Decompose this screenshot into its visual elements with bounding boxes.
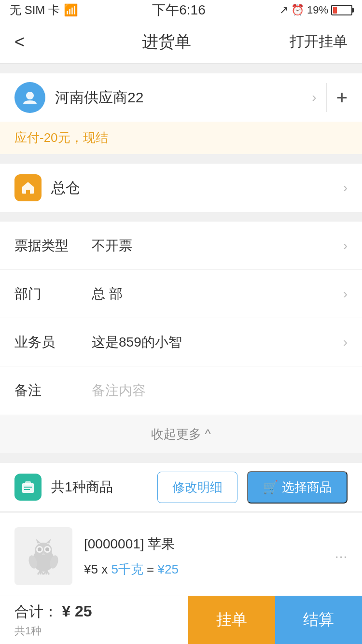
status-bar: 无 SIM 卡 📶 下午6:16 ↗ ⏰ 19% [0,0,362,20]
remark-input[interactable]: 备注内容 [72,381,348,400]
dept-value: 总 部 [72,285,343,303]
remark-row[interactable]: 备注 备注内容 [0,366,362,415]
svg-point-0 [26,92,34,99]
product-price: ¥5 x 5千克 = ¥25 [84,561,334,578]
sales-row[interactable]: 业务员 这是859的小智 › [0,318,362,366]
equals-sign: = [147,562,157,576]
invoice-label: 票据类型 [14,237,72,255]
svg-marker-15 [36,539,41,544]
product-info: [0000001] 苹果 ¥5 x 5千克 = ¥25 [84,535,334,578]
nav-bar: < 进货单 打开挂单 [0,20,362,64]
product-id: [0000001] [84,536,144,551]
gap-4 [0,453,362,463]
status-right: ↗ ⏰ 19% [279,4,352,16]
battery-icon [331,5,352,15]
checkout-label: 结算 [303,609,334,630]
price-separator: x [101,562,111,576]
warehouse-icon [14,174,42,201]
more-options-button[interactable]: ··· [334,547,348,565]
invoice-chevron-icon: › [343,238,348,253]
checkout-button[interactable]: 结算 [275,596,362,644]
divider [326,83,327,112]
svg-rect-5 [25,481,31,485]
total-price: ¥25 [158,562,179,576]
gap-2 [0,154,362,164]
supplier-row[interactable]: 河南供应商22 › + [0,73,362,122]
sales-chevron-icon: › [343,335,348,350]
product-name: [0000001] 苹果 [84,535,334,553]
status-left: 无 SIM 卡 📶 [10,2,78,18]
unit-price: ¥5 [84,562,98,576]
sales-label: 业务员 [14,333,72,351]
product-thumbnail [14,527,72,585]
total-count: 共1种 [14,624,174,638]
svg-rect-3 [26,190,30,194]
supplier-name: 河南供应商22 [55,88,312,108]
warehouse-chevron-icon: › [343,180,348,196]
select-product-button[interactable]: 🛒 选择商品 [247,471,348,504]
remark-label: 备注 [14,381,72,400]
hang-order-button[interactable]: 挂单 [188,596,275,644]
total-section: 合计： ¥ 25 共1种 [0,596,188,644]
dept-row[interactable]: 部门 总 部 › [0,270,362,318]
dept-chevron-icon: › [343,286,348,302]
collapse-row[interactable]: 收起更多 ^ [0,415,362,453]
alarm-icon: ⏰ [291,4,304,16]
warehouse-row[interactable]: 总仓 › [0,164,362,212]
invoice-value: 不开票 [72,237,343,255]
supplier-avatar [14,82,45,113]
edit-detail-button[interactable]: 修改明细 [157,472,237,503]
total-amount: 合计： ¥ 25 [14,602,174,622]
dept-label: 部门 [14,285,72,303]
hang-order-label: 挂单 [216,609,247,630]
quantity: 5千克 [111,562,143,576]
add-supplier-button[interactable]: + [336,87,348,109]
svg-marker-2 [22,182,34,187]
open-pending-button[interactable]: 打开挂单 [290,32,348,52]
product-header: 共1种商品 修改明细 🛒 选择商品 [0,463,362,511]
svg-point-12 [38,547,42,551]
status-time: 下午6:16 [152,1,206,19]
carrier-label: 无 SIM 卡 [10,2,60,18]
select-product-label: 选择商品 [282,479,332,496]
warehouse-name: 总仓 [51,178,343,198]
collapse-label: 收起更多 ^ [151,426,210,443]
bottom-bar: 合计： ¥ 25 共1种 挂单 结算 [0,596,362,644]
product-item: [0000001] 苹果 ¥5 x 5千克 = ¥25 ··· [0,512,362,600]
supplier-chevron-icon: › [312,90,316,105]
wifi-icon: 📶 [64,3,78,17]
back-button[interactable]: < [14,32,43,52]
svg-marker-16 [46,539,51,544]
notice-bar: 应付-20元，现结 [0,122,362,154]
total-label: 合计： [14,603,58,619]
invoice-row[interactable]: 票据类型 不开票 › [0,222,362,270]
sales-value: 这是859的小智 [72,333,343,351]
total-value: ¥ 25 [62,602,92,620]
notice-text: 应付-20元，现结 [14,130,108,145]
page-title: 进货单 [142,31,191,53]
product-count-label: 共1种商品 [51,478,148,496]
location-icon: ↗ [279,4,288,16]
form-section: 票据类型 不开票 › 部门 总 部 › 业务员 这是859的小智 › 备注 备注… [0,222,362,415]
gap-3 [0,212,362,222]
product-title: 苹果 [148,536,175,551]
gap-1 [0,64,362,73]
cart-icon: 🛒 [263,480,278,495]
svg-point-13 [45,547,49,551]
product-header-icon [14,474,42,501]
battery-percent: 19% [307,4,328,16]
